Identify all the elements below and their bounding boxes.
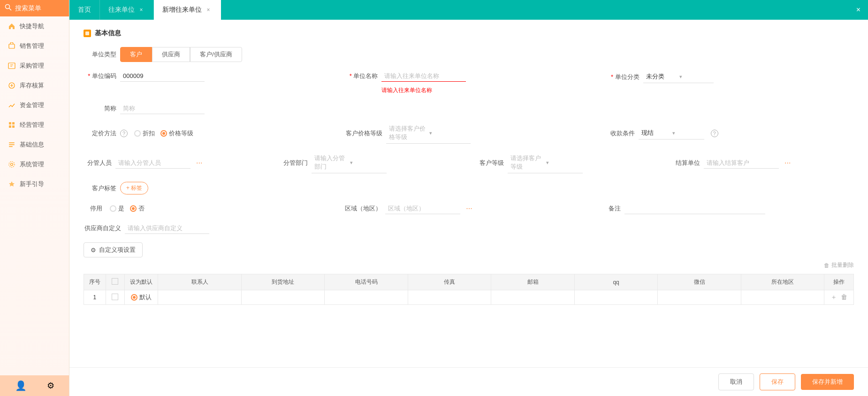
sidebar-item-finance[interactable]: 资金管理	[0, 95, 69, 115]
email-input[interactable]	[496, 294, 570, 301]
main-area: 首页 往来单位 × 新增往来单位 × × 基本信息 单位类型 客户 供应商 客户…	[69, 0, 868, 396]
cell-contact[interactable]	[158, 290, 242, 305]
tab-new-transaction-label: 新增往来单位	[162, 6, 202, 14]
fax-input[interactable]	[413, 294, 487, 301]
tab-new-transaction-close[interactable]: ×	[205, 6, 212, 14]
cell-fax[interactable]	[408, 290, 491, 305]
tab-bar: 首页 往来单位 × 新增往来单位 × ×	[69, 0, 868, 20]
table-header-checkbox[interactable]	[112, 278, 118, 285]
contact-input[interactable]	[163, 294, 236, 301]
sidebar-item-inventory[interactable]: 库存核算	[0, 76, 69, 95]
tab-transactions-close[interactable]: ×	[137, 6, 145, 14]
tab-transactions-label: 往来单位	[108, 6, 135, 14]
footer: 取消 保存 保存并新增	[69, 367, 868, 396]
disabled-radio-group: 是 否	[110, 204, 145, 213]
row-checkbox[interactable]	[112, 294, 118, 300]
region-more-btn[interactable]: ···	[464, 204, 474, 213]
search-menu-button[interactable]: 搜索菜单	[0, 0, 69, 16]
supplier-custom-label: 供应商自定义	[84, 224, 121, 233]
cell-address[interactable]	[241, 290, 325, 305]
settings-icon[interactable]: ⚙	[47, 380, 54, 391]
qq-input[interactable]	[579, 294, 653, 301]
sidebar: 搜索菜单 快捷导航 销售管理 采购管理 库存核算 资金管理 经营管理	[0, 0, 69, 396]
save-button[interactable]: 保存	[760, 373, 795, 390]
field-unit-category: 单位分类 未分类 ▾	[607, 70, 854, 83]
sidebar-item-operations[interactable]: 经营管理	[0, 115, 69, 135]
tab-home[interactable]: 首页	[69, 0, 100, 20]
address-input[interactable]	[246, 294, 320, 301]
cancel-button[interactable]: 取消	[718, 373, 754, 390]
custom-settings-button[interactable]: ⚙ 自定义项设置	[84, 242, 143, 257]
remark-input[interactable]	[624, 203, 765, 214]
sidebar-bottom: 👤 ⚙	[0, 375, 69, 396]
custom-settings-area: ⚙ 自定义项设置	[84, 242, 854, 257]
region-table-input[interactable]	[746, 294, 820, 301]
manager-more-btn[interactable]: ···	[194, 159, 204, 167]
radio-no[interactable]: 否	[130, 204, 145, 213]
payment-terms-help-icon[interactable]: ?	[711, 130, 718, 137]
table-row: 1 默认	[84, 290, 854, 305]
settlement-unit-input[interactable]	[704, 157, 779, 169]
unit-category-arrow: ▾	[679, 74, 711, 80]
field-customer-level: 客户等级 请选择客户等级 ▾	[476, 152, 658, 173]
radio-yes-label: 是	[118, 204, 124, 213]
row-unit-code-name-cat: 单位编码 单位名称 请输入往来单位名称 单位分类 未分类 ▾	[84, 70, 854, 94]
settlement-more-btn[interactable]: ···	[783, 159, 792, 167]
cell-default: 默认	[124, 290, 158, 305]
customer-level-select[interactable]: 请选择客户等级 ▾	[508, 152, 583, 173]
manager-input[interactable]	[115, 157, 190, 169]
customer-level-label: 客户等级	[476, 159, 504, 167]
sidebar-item-purchase[interactable]: 采购管理	[0, 56, 69, 76]
sidebar-item-system[interactable]: 系统管理	[0, 155, 69, 174]
radio-yes[interactable]: 是	[110, 204, 124, 213]
add-tag-button[interactable]: + 标签	[120, 182, 148, 194]
wechat-input[interactable]	[662, 294, 736, 301]
department-placeholder: 请输入分管部门	[314, 154, 348, 171]
region-input[interactable]	[385, 203, 460, 214]
sidebar-item-guide[interactable]: 新手引导	[0, 174, 69, 194]
cell-phone[interactable]	[325, 290, 408, 305]
unit-btn-supplier[interactable]: 供应商	[152, 47, 190, 62]
cell-qq[interactable]	[574, 290, 658, 305]
customer-level-placeholder: 请选择客户等级	[510, 154, 544, 171]
default-radio[interactable]: 默认	[129, 293, 153, 302]
unit-category-value: 未分类	[646, 72, 678, 81]
unit-category-select[interactable]: 未分类 ▾	[643, 70, 714, 83]
payment-terms-select[interactable]: 现结 ▾	[639, 127, 704, 140]
col-action: 操作	[824, 274, 854, 290]
cell-region[interactable]	[741, 290, 824, 305]
department-select[interactable]: 请输入分管部门 ▾	[312, 152, 387, 173]
section-icon	[84, 30, 91, 37]
sidebar-label-sales: 销售管理	[20, 42, 44, 50]
radio-discount[interactable]: 折扣	[134, 129, 155, 138]
tab-bar-close[interactable]: ×	[856, 6, 860, 14]
supplier-custom-input[interactable]	[125, 223, 209, 234]
tab-new-transaction[interactable]: 新增往来单位 ×	[154, 0, 221, 20]
unit-name-input[interactable]	[381, 70, 466, 82]
sidebar-item-sales[interactable]: 销售管理	[0, 36, 69, 56]
phone-input[interactable]	[329, 294, 403, 301]
delete-row-button[interactable]: 🗑	[840, 293, 848, 301]
unit-btn-customer[interactable]: 客户	[120, 47, 152, 62]
cell-wechat[interactable]	[658, 290, 741, 305]
pricing-help-icon[interactable]: ?	[120, 130, 128, 137]
unit-code-input[interactable]	[120, 70, 205, 82]
col-checkbox	[106, 274, 124, 290]
radio-price-level[interactable]: 价格等级	[160, 129, 193, 138]
unit-name-error: 请输入往来单位名称	[381, 86, 432, 94]
sidebar-label-guide: 新手引导	[20, 180, 44, 188]
unit-btn-both[interactable]: 客户/供应商	[190, 47, 242, 62]
add-row-button[interactable]: ＋	[830, 293, 838, 301]
svg-rect-14	[85, 31, 89, 35]
user-icon[interactable]: 👤	[15, 380, 27, 391]
customer-price-level-select[interactable]: 请选择客户价格等级 ▾	[386, 123, 471, 144]
save-new-button[interactable]: 保存并新增	[801, 374, 854, 390]
batch-delete-button[interactable]: 🗑 批量删除	[824, 261, 854, 269]
sidebar-item-basic-info[interactable]: 基础信息	[0, 135, 69, 155]
tab-transactions[interactable]: 往来单位 ×	[100, 0, 154, 20]
short-name-input[interactable]	[120, 103, 205, 114]
settlement-unit-label: 结算单位	[672, 159, 700, 167]
field-short-name: 简称	[84, 103, 854, 114]
cell-email[interactable]	[491, 290, 575, 305]
sidebar-item-quick-nav[interactable]: 快捷导航	[0, 16, 69, 36]
